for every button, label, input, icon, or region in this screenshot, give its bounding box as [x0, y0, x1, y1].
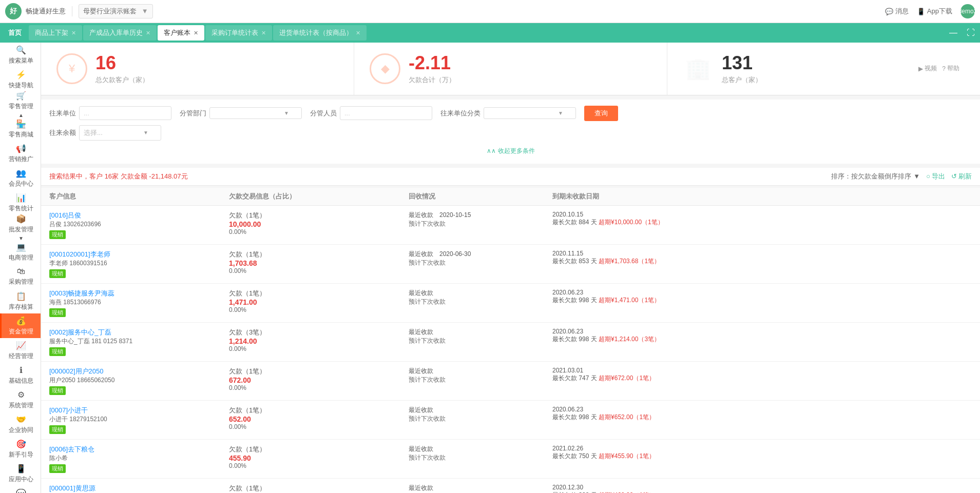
video-button[interactable]: ▶ 视频 — [918, 64, 937, 73]
sidebar-item-finance[interactable]: 💰 资金管理 — [0, 313, 41, 338]
sidebar-item-search-menu[interactable]: 🔍 搜索菜单 — [0, 43, 41, 67]
sidebar-item-retail-stats[interactable]: 📊 零售统计 — [0, 190, 41, 215]
bag-icon: 🛍 — [17, 267, 25, 276]
customer-name-link[interactable]: [000001]黄思源 — [49, 484, 95, 492]
sidebar-item-enterprise-coop[interactable]: 🤝 企业协同 — [0, 412, 41, 437]
sidebar-item-marketing[interactable]: 📢 营销推广 — [0, 141, 41, 166]
overdue-link[interactable]: 超期¥652.00（1笔） — [599, 413, 655, 421]
sidebar: 🔍 搜索菜单 ⚡ 快捷导航 🛒 零售管理 ▲ 🏪 零售商城 📢 营销推广 👥 会… — [0, 43, 41, 493]
sort-selector[interactable]: 排序：按欠款金额倒序排序 ▼ — [831, 172, 920, 181]
col-header-due: 到期未收款日期 — [552, 192, 972, 201]
results-info: 搜索结果中，客户 16家 欠款金额 -21,148.07元 — [49, 172, 188, 181]
tab-expand-button[interactable]: ⛶ — [964, 27, 978, 38]
sidebar-item-guide[interactable]: 🎯 新手引导 — [0, 437, 41, 461]
results-actions: 排序：按欠款金额倒序排序 ▼ ○ 导出 ↺ 刷新 — [831, 172, 972, 181]
filter-person-input[interactable]: ... — [340, 106, 432, 120]
message-button[interactable]: 💬 消息 — [885, 7, 909, 16]
debt-ratio: 0.00% — [229, 228, 409, 235]
sidebar-item-purchase[interactable]: 🛍 采购管理 — [0, 264, 41, 289]
sidebar-item-member[interactable]: 👥 会员中心 — [0, 166, 41, 190]
latest-collect-label: 最近收款 — [409, 328, 552, 337]
close-icon[interactable]: ✕ — [71, 30, 76, 36]
tab-customer-account[interactable]: 客户账本 ✕ — [158, 25, 204, 41]
app-download-button[interactable]: 📱 App下载 — [917, 7, 952, 16]
store-name-selector[interactable]: 母婴行业演示账套 ▼ — [79, 4, 153, 18]
sidebar-item-basic-info[interactable]: ℹ 基础信息 — [0, 363, 41, 387]
debt-customer-count: 16 — [95, 53, 338, 73]
due-date-cell: 2020.11.15 最长欠款 853 天 超期¥1,703.68（1笔） — [552, 250, 972, 266]
customer-name-link[interactable]: [000002]用户2050 — [49, 367, 104, 375]
customer-name-link[interactable]: [0006]去下粮仓 — [49, 445, 94, 453]
chevron-down-icon: ▼ — [143, 130, 148, 135]
customer-phone: 服务中心_丁磊 181 0125 8371 — [49, 337, 229, 346]
close-icon[interactable]: ✕ — [356, 30, 360, 36]
filter-unit-cat-select[interactable]: ▼ — [484, 107, 576, 119]
customer-name-link[interactable]: [0016]吕俊 — [49, 211, 81, 219]
tab-product-in[interactable]: 产成品入库单历史 ✕ — [83, 25, 157, 41]
sidebar-item-app-center[interactable]: 📱 应用中心 — [0, 461, 41, 486]
due-date-cell: 2020.12.30 最长欠款 808 天 超期¥429.00（1笔） — [552, 484, 972, 493]
close-icon[interactable]: ✕ — [261, 30, 266, 36]
play-icon: ▶ — [918, 65, 923, 72]
customer-name-link[interactable]: [0002]服务中心_丁磊 — [49, 328, 111, 336]
sidebar-item-ops[interactable]: 📈 经营管理 — [0, 338, 41, 363]
overdue-link[interactable]: 超期¥1,471.00（1笔） — [599, 297, 660, 304]
customer-phone: 用户2050 18665062050 — [49, 376, 229, 385]
close-icon[interactable]: ✕ — [146, 30, 150, 36]
debt-count: 欠款（1笔） — [229, 367, 409, 376]
customer-info-cell: [0016]吕俊 吕俊 13026203696 现销 — [49, 211, 229, 239]
table-row: [000001]黄思源 黄思源 13552700226 现销 欠款（1笔） 42… — [41, 479, 980, 493]
customer-info-cell: [0002]服务中心_丁磊 服务中心_丁磊 181 0125 8371 现销 — [49, 328, 229, 356]
latest-collect-label: 最近收款 — [409, 406, 552, 415]
collapse-button[interactable]: ∧∧ 收起更多条件 — [487, 147, 535, 155]
collect-info-cell: 最近收款 预计下次收款 — [409, 406, 552, 423]
overdue-link[interactable]: 超期¥429.00（1笔） — [599, 491, 655, 493]
overdue-link[interactable]: 超期¥10,000.00（1笔） — [599, 219, 664, 226]
overdue-link[interactable]: 超期¥455.90（1笔） — [599, 452, 655, 460]
chat-icon: 💬 — [16, 488, 26, 494]
lightning-icon: ⚡ — [16, 70, 26, 80]
stat-info-1: 16 总欠款客户（家） — [95, 53, 338, 85]
sidebar-item-quick-nav[interactable]: ⚡ 快捷导航 — [0, 67, 41, 92]
customer-info-cell: [0006]去下粮仓 陈小希 现销 — [49, 445, 229, 473]
overdue-days: 最长欠款 884 天 超期¥10,000.00（1笔） — [552, 218, 972, 227]
debt-count: 欠款（1笔） — [229, 484, 409, 493]
next-collect-label: 预计下次收款 — [409, 376, 552, 384]
overdue-link[interactable]: 超期¥1,703.68（1笔） — [599, 258, 660, 265]
overdue-link[interactable]: 超期¥672.00（1笔） — [599, 374, 655, 382]
user-avatar-button[interactable]: demo2 — [960, 4, 975, 18]
debt-customer-label: 总欠款客户（家） — [95, 75, 338, 85]
debt-ratio: 0.00% — [229, 462, 409, 469]
sidebar-item-retail-mgmt[interactable]: 🛒 零售管理 ▲ — [0, 92, 41, 116]
collect-info-cell: 最近收款 预计下次收款 — [409, 445, 552, 462]
store-icon: 🏪 — [16, 119, 26, 129]
debt-ratio: 0.00% — [229, 384, 409, 391]
tab-minimize-button[interactable]: — — [946, 27, 960, 38]
overdue-link[interactable]: 超期¥1,214.00（3笔） — [599, 336, 660, 343]
filter-balance-select[interactable]: 选择... ▼ — [79, 125, 161, 141]
customer-name-link[interactable]: [0007]小进干 — [49, 406, 88, 414]
tab-home[interactable]: 首页 — [2, 25, 28, 41]
filter-dept-label: 分管部门 — [180, 109, 206, 118]
customer-name-link[interactable]: [0003]畅捷服务尹海蕊 — [49, 289, 114, 297]
export-button[interactable]: ○ 导出 — [926, 172, 945, 181]
help-button[interactable]: ? 帮助 — [942, 64, 959, 73]
customer-name-link[interactable]: [0001020001]李老师 — [49, 250, 110, 258]
close-icon[interactable]: ✕ — [194, 30, 198, 36]
search-button[interactable]: 查询 — [584, 106, 618, 121]
filter-unit-input[interactable]: ... — [79, 106, 171, 120]
refresh-button[interactable]: ↺ 刷新 — [951, 172, 972, 181]
sidebar-item-batch-mgmt[interactable]: 📦 批发管理 ▼ — [0, 215, 41, 240]
table-row: [0007]小进干 小进干 18279152100 现销 欠款（1笔） 652.… — [41, 401, 980, 440]
tab-product-shelf[interactable]: 商品上下架 ✕ — [29, 25, 82, 41]
sidebar-item-wechat[interactable]: 💬 企业微信 — [0, 486, 41, 493]
sidebar-item-ecommerce[interactable]: 💻 电商管理 — [0, 240, 41, 264]
sidebar-item-inventory[interactable]: 📋 库存核算 — [0, 289, 41, 313]
message-icon: 💬 — [885, 8, 893, 15]
sidebar-item-system[interactable]: ⚙ 系统管理 — [0, 387, 41, 412]
filter-dept-select[interactable]: ▼ — [209, 107, 302, 119]
tab-purchase-order[interactable]: 采购订单统计表 ✕ — [205, 25, 272, 41]
tab-purchase-stats[interactable]: 进货单统计表（按商品） ✕ — [273, 25, 367, 41]
customer-tag: 现销 — [49, 347, 66, 356]
sidebar-item-retail-mall[interactable]: 🏪 零售商城 — [0, 116, 41, 141]
